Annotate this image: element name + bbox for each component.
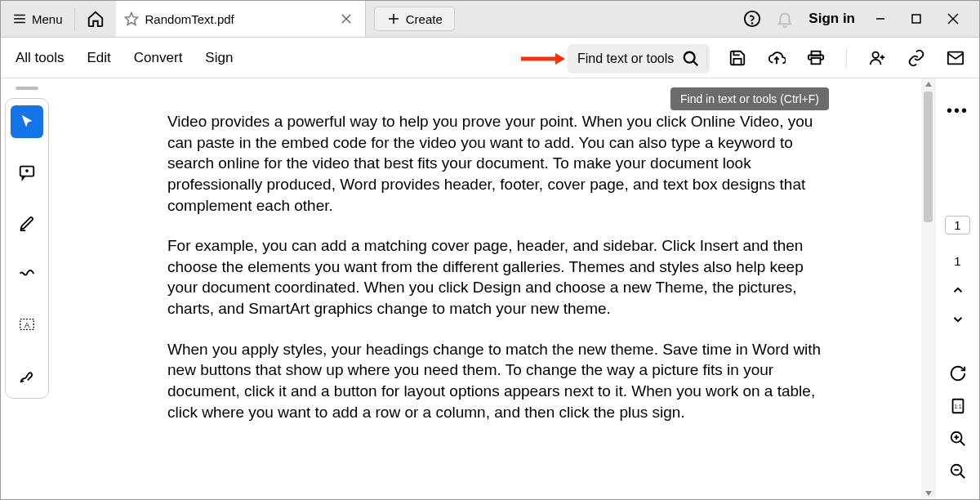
sign-menu[interactable]: Sign xyxy=(205,50,233,66)
svg-point-21 xyxy=(873,51,879,57)
page-total: 1 xyxy=(954,254,960,268)
star-icon xyxy=(124,11,139,26)
create-button[interactable]: Create xyxy=(374,7,455,31)
home-button[interactable] xyxy=(75,10,116,28)
chevron-down-icon xyxy=(951,312,965,327)
svg-point-16 xyxy=(684,52,695,63)
svg-text:A: A xyxy=(24,321,30,329)
help-icon xyxy=(743,10,761,28)
create-label: Create xyxy=(406,12,443,26)
close-icon xyxy=(339,11,354,26)
svg-line-17 xyxy=(693,61,698,66)
svg-line-36 xyxy=(960,441,964,446)
save-icon xyxy=(728,49,746,67)
print-icon xyxy=(807,49,825,67)
maximize-button[interactable] xyxy=(906,13,927,25)
save-button[interactable] xyxy=(728,49,746,67)
menu-label: Menu xyxy=(32,12,63,26)
window-titlebar: Menu RandomText.pdf Create Sign in xyxy=(1,1,979,38)
hamburger-icon xyxy=(12,11,27,26)
zoom-in-icon xyxy=(949,430,967,448)
scroll-up-icon[interactable] xyxy=(924,80,933,88)
help-button[interactable] xyxy=(743,10,761,28)
highlight-tool[interactable] xyxy=(11,207,43,239)
more-options-button[interactable]: ••• xyxy=(947,101,969,120)
scroll-down-icon[interactable] xyxy=(924,489,933,498)
left-toolbar: A xyxy=(1,78,53,499)
scroll-thumb[interactable] xyxy=(924,92,933,222)
close-icon xyxy=(947,12,960,25)
text-box-icon: A xyxy=(18,315,36,333)
secondary-toolbar: All tools Edit Convert Sign Find text or… xyxy=(1,38,979,78)
maximize-icon xyxy=(911,13,922,25)
cloud-upload-icon xyxy=(768,49,786,67)
find-label: Find text or tools xyxy=(577,51,674,66)
chevron-up-icon xyxy=(951,283,965,297)
text-box-tool[interactable]: A xyxy=(11,308,43,341)
print-button[interactable] xyxy=(807,49,825,67)
page-up-button[interactable] xyxy=(951,283,965,297)
minimize-button[interactable] xyxy=(870,13,891,25)
menu-button[interactable]: Menu xyxy=(1,1,74,37)
fit-page-button[interactable]: 1:1 xyxy=(949,397,967,415)
notifications-button[interactable] xyxy=(776,10,794,28)
comment-icon xyxy=(18,163,36,181)
paragraph: When you apply styles, your headings cha… xyxy=(167,339,837,423)
minimize-icon xyxy=(875,13,886,25)
share-button[interactable] xyxy=(868,49,886,67)
page-down-button[interactable] xyxy=(951,312,965,327)
svg-rect-11 xyxy=(912,15,920,23)
find-tooltip: Find in text or tools (Ctrl+F) xyxy=(670,87,829,110)
edit-menu[interactable]: Edit xyxy=(87,50,111,66)
home-icon xyxy=(87,10,105,28)
page-input[interactable]: 1 xyxy=(945,216,969,234)
document-tab[interactable]: RandomText.pdf xyxy=(116,1,366,37)
paragraph: Video provides a powerful way to help yo… xyxy=(167,111,837,216)
svg-point-9 xyxy=(752,23,753,24)
svg-marker-3 xyxy=(125,13,137,25)
mail-icon xyxy=(947,49,964,67)
select-tool[interactable] xyxy=(11,105,43,138)
svg-marker-32 xyxy=(925,491,932,496)
close-window-button[interactable] xyxy=(942,12,964,25)
topbar-right: Sign in xyxy=(743,10,979,28)
svg-marker-15 xyxy=(555,53,565,65)
signature-tool[interactable] xyxy=(11,359,43,391)
tool-palette: A xyxy=(5,98,49,399)
zoom-out-icon xyxy=(949,462,967,480)
drag-handle[interactable] xyxy=(16,87,38,90)
share-people-icon xyxy=(868,49,886,67)
link-icon xyxy=(907,49,925,67)
pen-sign-icon xyxy=(18,366,36,384)
rotate-button[interactable] xyxy=(949,364,967,382)
zoom-out-button[interactable] xyxy=(949,462,967,480)
email-button[interactable] xyxy=(947,49,964,67)
freeform-icon xyxy=(18,265,36,283)
convert-menu[interactable]: Convert xyxy=(134,50,183,66)
comment-tool[interactable] xyxy=(11,156,43,189)
tab-close-button[interactable] xyxy=(339,11,354,26)
find-text-button[interactable]: Find text or tools xyxy=(568,44,710,74)
zoom-in-button[interactable] xyxy=(949,430,967,448)
link-button[interactable] xyxy=(907,49,925,67)
draw-tool[interactable] xyxy=(11,257,43,290)
annotation-arrow xyxy=(519,52,565,65)
toolbar-icons xyxy=(706,38,964,78)
highlighter-icon xyxy=(18,214,36,232)
rotate-icon xyxy=(949,364,967,382)
bell-icon xyxy=(776,10,794,28)
plus-icon xyxy=(386,11,401,26)
divider xyxy=(706,48,707,68)
svg-marker-31 xyxy=(925,82,932,87)
signin-button[interactable]: Sign in xyxy=(808,11,855,27)
cloud-upload-button[interactable] xyxy=(768,49,786,67)
cursor-icon xyxy=(18,113,36,131)
paragraph: For example, you can add a matching cove… xyxy=(167,235,837,319)
search-icon xyxy=(682,50,700,68)
right-toolbar: ••• 1 1 1:1 xyxy=(935,78,979,499)
body-area: A Video provides a powerful way to help … xyxy=(1,78,979,499)
fit-page-icon: 1:1 xyxy=(949,397,967,415)
all-tools-menu[interactable]: All tools xyxy=(16,50,65,66)
vertical-scrollbar[interactable] xyxy=(921,78,935,499)
document-view[interactable]: Video provides a powerful way to help yo… xyxy=(53,78,935,499)
